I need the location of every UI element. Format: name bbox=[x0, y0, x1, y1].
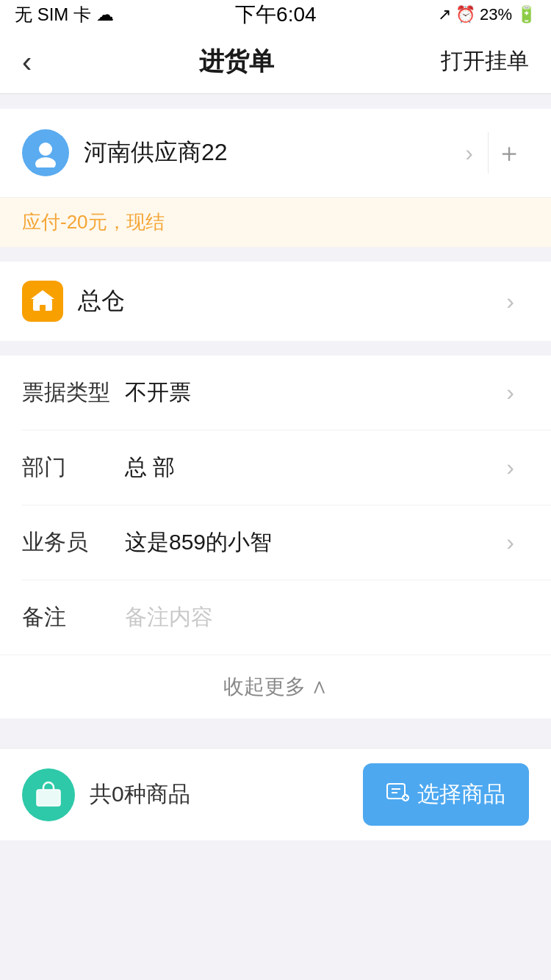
chevron-right-icon: › bbox=[465, 140, 473, 167]
salesperson-label: 业务员 bbox=[22, 527, 125, 558]
supplier-name: 河南供应商22 bbox=[84, 137, 465, 169]
salesperson-row[interactable]: 业务员 这是859的小智 › bbox=[0, 505, 551, 580]
invoice-type-value: 不开票 bbox=[125, 378, 506, 408]
svg-rect-5 bbox=[37, 790, 60, 806]
bottom-bar: 共0种商品 选择商品 bbox=[0, 748, 551, 840]
svg-rect-4 bbox=[40, 305, 46, 311]
warehouse-name: 总仓 bbox=[78, 285, 506, 317]
product-count-label: 共0种商品 bbox=[90, 779, 363, 810]
invoice-type-chevron: › bbox=[506, 379, 514, 406]
remark-value[interactable]: 备注内容 bbox=[125, 602, 529, 633]
status-left: 无 SIM 卡 ☁ bbox=[15, 3, 114, 26]
add-supplier-button[interactable]: ＋ bbox=[488, 132, 529, 173]
page-title: 进货单 bbox=[199, 45, 274, 79]
svg-marker-3 bbox=[31, 290, 54, 299]
section-gap-3 bbox=[0, 341, 551, 356]
svg-point-0 bbox=[39, 143, 52, 156]
battery-text: 23% bbox=[480, 5, 512, 24]
department-chevron: › bbox=[506, 454, 514, 481]
warehouse-section: 总仓 › bbox=[0, 262, 551, 341]
salesperson-chevron: › bbox=[506, 529, 514, 556]
section-gap-1 bbox=[0, 94, 551, 109]
salesperson-value: 这是859的小智 bbox=[125, 527, 506, 558]
supplier-section: 河南供应商22 › ＋ 应付-20元，现结 bbox=[0, 109, 551, 247]
invoice-type-row[interactable]: 票据类型 不开票 › bbox=[0, 356, 551, 430]
battery-icon: 🔋 bbox=[516, 5, 536, 24]
nav-bar: ‹ 进货单 打开挂单 bbox=[0, 29, 551, 94]
warehouse-chevron-icon: › bbox=[506, 288, 514, 315]
collapse-row[interactable]: 收起更多 ∧ bbox=[0, 655, 551, 718]
supplier-avatar bbox=[22, 129, 69, 176]
department-row[interactable]: 部门 总 部 › bbox=[0, 430, 551, 505]
select-product-icon bbox=[386, 782, 410, 807]
select-product-label: 选择商品 bbox=[417, 779, 505, 810]
collapse-label[interactable]: 收起更多 ∧ bbox=[223, 673, 328, 701]
status-bar: 无 SIM 卡 ☁ 下午6:04 ↗ ⏰ 23% 🔋 bbox=[0, 0, 551, 29]
open-pending-button[interactable]: 打开挂单 bbox=[441, 46, 529, 76]
alarm-icon: ⏰ bbox=[455, 5, 475, 24]
invoice-type-label: 票据类型 bbox=[22, 378, 125, 408]
notice-text: 应付-20元，现结 bbox=[22, 211, 165, 233]
status-right: ↗ ⏰ 23% 🔋 bbox=[438, 5, 536, 24]
status-time: 下午6:04 bbox=[235, 1, 317, 29]
department-label: 部门 bbox=[22, 453, 125, 483]
warehouse-row[interactable]: 总仓 › bbox=[0, 262, 551, 341]
select-product-button[interactable]: 选择商品 bbox=[363, 763, 529, 826]
product-icon bbox=[22, 768, 75, 821]
section-gap-2 bbox=[0, 247, 551, 262]
department-value: 总 部 bbox=[125, 453, 506, 483]
location-icon: ↗ bbox=[438, 5, 451, 24]
section-gap-4 bbox=[0, 718, 551, 733]
remark-label: 备注 bbox=[22, 602, 125, 633]
remark-row[interactable]: 备注 备注内容 bbox=[0, 580, 551, 655]
svg-point-1 bbox=[35, 157, 56, 167]
svg-rect-7 bbox=[387, 784, 405, 799]
signal-text: 无 SIM 卡 ☁ bbox=[15, 3, 114, 26]
supplier-row[interactable]: 河南供应商22 › ＋ bbox=[0, 109, 551, 198]
form-section: 票据类型 不开票 › 部门 总 部 › 业务员 这是859的小智 › 备注 备注… bbox=[0, 356, 551, 718]
notice-bar: 应付-20元，现结 bbox=[0, 198, 551, 247]
warehouse-icon bbox=[22, 281, 63, 322]
back-button[interactable]: ‹ bbox=[22, 47, 32, 76]
